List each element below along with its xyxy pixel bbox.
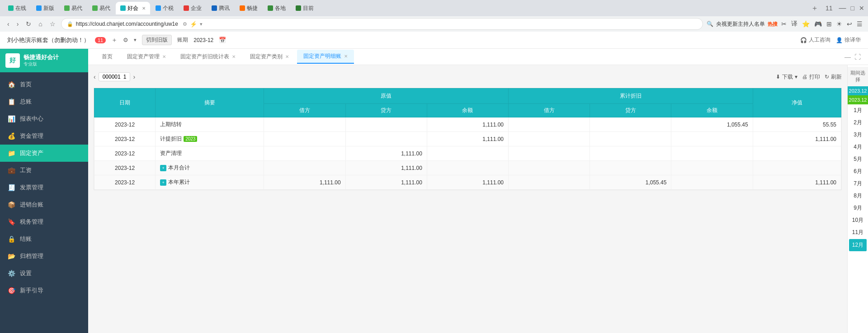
row-date: 2023-12 (94, 132, 156, 146)
browser-tab-t2[interactable]: 新版 (32, 2, 59, 14)
account-code-value: 000001 (103, 74, 121, 80)
period-month-6[interactable]: 6月 (848, 165, 868, 178)
browser-tab-t8[interactable]: 腾讯 (207, 2, 234, 14)
sidebar-item-settings[interactable]: ⚙️设置 (0, 265, 88, 282)
new-tab-button[interactable]: ＋ (808, 4, 821, 13)
forward-button[interactable]: › (15, 20, 21, 28)
site-info-icon[interactable]: ⚙ (183, 21, 187, 27)
home-button[interactable]: ⌂ (37, 20, 44, 28)
browser-tab-t10[interactable]: 各地 (263, 2, 290, 14)
page-tab-home[interactable]: 首页 (95, 50, 119, 63)
period-month-11[interactable]: 11月 (848, 226, 868, 239)
period-month-3[interactable]: 3月 (848, 129, 868, 141)
period-month-12[interactable]: 12月 (849, 239, 867, 251)
page-tab-fixed_mgmt[interactable]: 固定资产管理✕ (121, 50, 172, 63)
bookmark-button[interactable]: ☆ (48, 20, 57, 28)
maximize-button[interactable]: □ (851, 5, 854, 12)
dropdown-icon[interactable]: ▾ (200, 21, 203, 27)
sidebar-item-home[interactable]: 🏠首页 (0, 76, 88, 93)
switch-version-button[interactable]: 切到旧版 (142, 35, 172, 45)
sidebar-item-archive[interactable]: 📂归档管理 (0, 248, 88, 265)
row-dep-debit (509, 161, 590, 175)
browser-tab-t6[interactable]: 个税 (151, 2, 178, 14)
page-tab-close-fixed_cat[interactable]: ✕ (285, 54, 289, 59)
extension-icon[interactable]: ⭐ (802, 20, 810, 28)
content-window-minimize[interactable]: — (844, 53, 851, 61)
grid-icon[interactable]: ⊞ (826, 20, 832, 28)
period-month-10[interactable]: 10月 (848, 214, 868, 226)
hot-search-label[interactable]: 热搜 (768, 21, 778, 28)
back-button[interactable]: ‹ (5, 20, 11, 28)
translate-icon[interactable]: 译 (791, 20, 797, 28)
browser-tab-t5[interactable]: 好会✕ (116, 2, 150, 14)
sidebar-item-report[interactable]: 📊报表中心 (0, 110, 88, 127)
year-2023-button[interactable]: 2023.12 (848, 86, 868, 95)
close-window-button[interactable]: ✕ (859, 5, 864, 12)
browser-tab-t1[interactable]: 在线 (4, 2, 31, 14)
account-settings-icon[interactable]: ⚙ (123, 37, 128, 43)
sidebar-item-guide[interactable]: 🎯新手引导 (0, 282, 88, 299)
year-2023-alt-button[interactable]: 2023.12 (848, 95, 868, 104)
logo-icon: 好 (5, 53, 20, 68)
prev-account-button[interactable]: ‹ (94, 73, 96, 80)
page-tab-close-fixed_dep[interactable]: ✕ (232, 54, 236, 59)
sidebar-item-salary[interactable]: 💼工资 (0, 162, 88, 179)
period-month-9[interactable]: 9月 (848, 202, 868, 214)
download-button[interactable]: ⬇ 下载 ▾ (776, 73, 797, 81)
sidebar-item-stock[interactable]: 📦进销台账 (0, 196, 88, 213)
menu-icon-stock: 📦 (7, 201, 15, 208)
menu-icon[interactable]: ☰ (857, 20, 863, 28)
favicon-t9 (240, 5, 245, 11)
page-tab-fixed_detail[interactable]: 固定资产明细账✕ (297, 50, 354, 64)
brightness-icon[interactable]: ☀ (836, 20, 842, 28)
page-tab-fixed_dep[interactable]: 固定资产折旧统计表✕ (174, 50, 242, 63)
scissors-icon[interactable]: ✂ (781, 20, 787, 28)
row-orig-credit: 1,111.00 (345, 161, 427, 175)
period-month-5[interactable]: 5月 (848, 153, 868, 165)
page-tab-close-fixed_mgmt[interactable]: ✕ (162, 54, 166, 59)
sidebar-item-fixed[interactable]: 📁固定资产 (0, 145, 88, 162)
next-account-button[interactable]: › (133, 73, 135, 80)
menu-label-close: 结账 (20, 235, 32, 243)
calendar-icon[interactable]: 📅 (219, 37, 226, 43)
net-value-header: 净值 (753, 89, 841, 117)
user-button[interactable]: 👤 徐译华 (836, 36, 861, 44)
period-month-8[interactable]: 8月 (848, 190, 868, 202)
row-orig-balance (427, 146, 508, 161)
search-text: 央视更新主持人名单 (716, 20, 765, 28)
sidebar-item-fund[interactable]: 💰资金管理 (0, 127, 88, 145)
browser-tab-t3[interactable]: 易代 (60, 2, 87, 14)
dropdown-arrow-icon[interactable]: ▾ (134, 37, 137, 43)
content-window-maximize[interactable]: ⛶ (854, 53, 861, 61)
period-month-1[interactable]: 1月 (848, 104, 868, 117)
period-month-2[interactable]: 2月 (848, 117, 868, 129)
add-account-button[interactable]: ＋ (111, 36, 118, 44)
game-icon[interactable]: 🎮 (814, 20, 822, 28)
reload-button[interactable]: ↻ (24, 20, 33, 28)
sidebar-item-tax[interactable]: 🔖税务管理 (0, 213, 88, 230)
sidebar-item-close[interactable]: 🔒结账 (0, 230, 88, 248)
minimize-button[interactable]: — (839, 4, 846, 12)
account-code-box[interactable]: 000001 1 (99, 72, 131, 81)
period-month-7[interactable]: 7月 (848, 178, 868, 190)
browser-tab-t4[interactable]: 易代 (88, 2, 115, 14)
address-bar[interactable]: 🔒 https://cloud.chanjet.com/accounting/u… (61, 18, 703, 30)
menu-label-tax: 税务管理 (20, 218, 43, 226)
sidebar-item-invoice[interactable]: 🧾发票管理 (0, 179, 88, 196)
print-button[interactable]: 🖨 打印 (802, 73, 820, 81)
lightning-icon[interactable]: ⚡ (190, 21, 197, 28)
notification-badge[interactable]: 11 (95, 37, 106, 43)
history-icon[interactable]: ↩ (847, 20, 852, 28)
browser-tab-t7[interactable]: 企业 (179, 2, 206, 14)
page-tab-close-fixed_detail[interactable]: ✕ (344, 54, 348, 59)
period-month-4[interactable]: 4月 (848, 141, 868, 153)
browser-tab-t9[interactable]: 畅捷 (235, 2, 262, 14)
sidebar-item-ledger[interactable]: 📋总账 (0, 93, 88, 110)
refresh-button[interactable]: ↻ 刷新 (825, 73, 842, 81)
menu-icon-ledger: 📋 (7, 98, 15, 105)
page-tab-fixed_cat[interactable]: 固定资产类别✕ (244, 50, 295, 63)
service-button[interactable]: 🎧 人工咨询 (800, 36, 830, 44)
tab-close-t5[interactable]: ✕ (142, 6, 146, 11)
browser-tab-t11[interactable]: 目前 (291, 2, 318, 14)
row-dep-balance (671, 146, 753, 161)
